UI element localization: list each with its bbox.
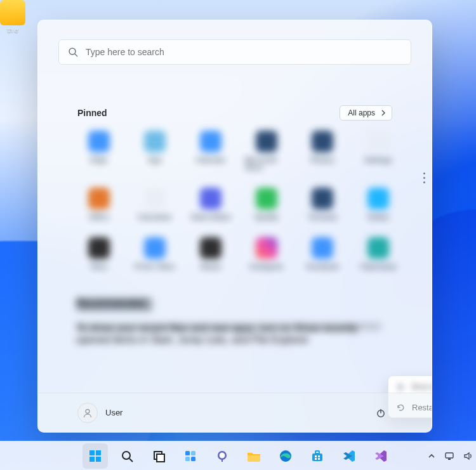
- app-icon: [312, 188, 333, 209]
- svg-point-0: [69, 48, 76, 55]
- svg-rect-25: [315, 455, 317, 457]
- chevron-right-icon: [380, 110, 387, 116]
- pinned-app[interactable]: Spotify: [245, 184, 288, 221]
- power-button[interactable]: [369, 401, 392, 424]
- app-icon: [256, 237, 277, 259]
- svg-rect-29: [446, 453, 453, 458]
- pinned-apps-grid: EdgeAppCalendarMicrosoft StorePhotosSett…: [77, 127, 400, 283]
- start-footer: User: [38, 393, 432, 432]
- app-label: Spotify: [255, 213, 278, 221]
- store-icon: [310, 449, 324, 463]
- taskbar-task-view-button[interactable]: [146, 443, 171, 469]
- search-input[interactable]: [86, 47, 402, 57]
- pinned-app[interactable]: Xbox: [77, 233, 121, 270]
- pinned-app[interactable]: Microsoft Store: [245, 127, 288, 171]
- app-label: Terminal: [308, 213, 336, 221]
- app-label: App: [148, 156, 161, 164]
- user-icon: [82, 407, 93, 419]
- pinned-app[interactable]: Clipchamp: [357, 233, 400, 270]
- pinned-app[interactable]: Settings: [357, 127, 400, 171]
- svg-rect-24: [315, 451, 319, 454]
- vscode-icon: [342, 449, 356, 463]
- power-icon: [396, 382, 405, 391]
- taskbar-chat-button[interactable]: [209, 443, 235, 469]
- power-option-label: Shut down: [411, 382, 432, 391]
- tray-overflow-button[interactable]: [428, 452, 435, 460]
- pinned-app[interactable]: Instagram: [245, 233, 288, 270]
- app-label: Microsoft Store: [245, 156, 288, 171]
- taskbar-tray: [428, 452, 473, 460]
- tray-network-button[interactable]: [444, 452, 454, 460]
- pinned-app[interactable]: App: [133, 127, 176, 171]
- pinned-app[interactable]: Calendar: [189, 127, 232, 171]
- app-icon: [200, 237, 221, 259]
- app-label: Settings: [364, 156, 392, 164]
- taskbar-file-explorer-button[interactable]: [241, 443, 267, 469]
- avatar: [77, 403, 98, 423]
- pinned-app[interactable]: Video Editor: [189, 184, 232, 221]
- all-apps-button[interactable]: All apps: [340, 105, 392, 121]
- volume-icon: [463, 452, 473, 460]
- svg-rect-21: [221, 459, 223, 462]
- user-button[interactable]: User: [77, 403, 122, 423]
- app-icon: [144, 188, 166, 209]
- search-icon: [68, 47, 78, 57]
- pagination-dots[interactable]: [423, 173, 425, 183]
- pinned-app[interactable]: Prime Video: [133, 233, 176, 270]
- shortcut-label: th e: [0, 27, 30, 34]
- app-label: Twitter: [367, 213, 389, 221]
- pinned-app[interactable]: Steam: [189, 233, 232, 270]
- username-label: User: [105, 408, 122, 417]
- svg-rect-16: [191, 451, 195, 455]
- taskbar-store-button[interactable]: [305, 443, 330, 469]
- desktop-shortcut[interactable]: th e: [0, 0, 30, 34]
- svg-rect-28: [318, 458, 320, 460]
- search-box[interactable]: [58, 39, 411, 65]
- taskbar-visual-studio-button[interactable]: [368, 443, 393, 469]
- svg-rect-10: [96, 457, 101, 462]
- all-apps-label: All apps: [348, 108, 375, 117]
- pinned-app[interactable]: Calculator: [133, 184, 176, 221]
- app-label: Office: [89, 213, 109, 221]
- taskbar-search-button[interactable]: [114, 443, 140, 469]
- widgets-icon: [183, 449, 197, 463]
- app-label: Calculator: [138, 213, 172, 221]
- svg-point-4: [86, 409, 89, 413]
- recommended-section: Recommended To show your recent files an…: [76, 297, 393, 330]
- pinned-app[interactable]: Terminal: [301, 184, 344, 221]
- pinned-app[interactable]: Photos: [301, 127, 344, 171]
- pinned-app[interactable]: Facebook: [301, 233, 344, 270]
- svg-point-11: [122, 452, 130, 459]
- chat-icon: [215, 449, 229, 463]
- svg-rect-8: [96, 450, 101, 455]
- taskbar-vscode-button[interactable]: [336, 443, 362, 469]
- pinned-app[interactable]: Twitter: [357, 184, 400, 221]
- search-icon: [120, 449, 134, 463]
- svg-line-1: [75, 54, 77, 56]
- app-icon: [312, 237, 333, 259]
- recommended-title: Recommended: [76, 297, 152, 311]
- taskbar-start-button[interactable]: [83, 443, 108, 469]
- taskbar: [0, 441, 476, 470]
- app-label: Xbox: [91, 263, 108, 270]
- app-icon: [367, 188, 389, 209]
- power-icon: [375, 407, 387, 419]
- app-icon: [88, 188, 110, 209]
- tray-volume-button[interactable]: [463, 452, 473, 460]
- app-label: Edge: [91, 156, 108, 164]
- chevron-up-icon: [428, 452, 435, 460]
- pinned-app[interactable]: Office: [77, 184, 121, 221]
- taskbar-edge-button[interactable]: [273, 443, 298, 469]
- app-icon: [88, 131, 110, 152]
- svg-rect-23: [312, 454, 322, 461]
- app-label: Calendar: [195, 156, 225, 164]
- app-label: Photos: [310, 156, 334, 164]
- pinned-app[interactable]: Edge: [77, 127, 121, 171]
- app-label: Clipchamp: [360, 263, 396, 270]
- taskbar-widgets-button[interactable]: [178, 443, 203, 469]
- app-icon: [312, 131, 333, 152]
- svg-rect-18: [191, 457, 195, 461]
- app-icon: [144, 131, 166, 152]
- app-icon: [367, 237, 389, 259]
- app-icon: [200, 188, 221, 209]
